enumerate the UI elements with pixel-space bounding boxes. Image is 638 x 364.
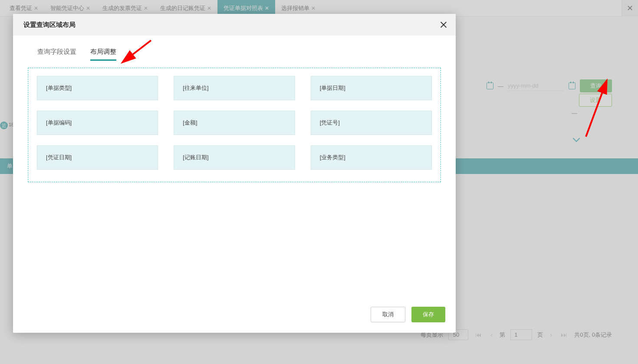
layout-grid: [单据类型] [往来单位] [单据日期] [单据编码] [金额] [凭证号] [… xyxy=(37,76,432,170)
layout-settings-modal: 设置查询区域布局 查询字段设置 布局调整 [单据类型] [往来单位] [单据日期… xyxy=(13,14,456,333)
field-cell-posting-date[interactable]: [记账日期] xyxy=(174,145,295,170)
field-cell-amount[interactable]: [金额] xyxy=(174,111,295,135)
tab-layout-adjust[interactable]: 布局调整 xyxy=(90,48,116,61)
modal-header: 设置查询区域布局 xyxy=(13,14,456,36)
field-cell-voucher-date[interactable]: [凭证日期] xyxy=(37,145,158,170)
field-cell-biz-type[interactable]: [业务类型] xyxy=(311,145,432,170)
field-cell-partner[interactable]: [往来单位] xyxy=(174,76,295,100)
modal-title: 设置查询区域布局 xyxy=(23,21,76,29)
modal-footer: 取消 保存 xyxy=(13,300,456,333)
field-cell-doc-type[interactable]: [单据类型] xyxy=(37,76,158,100)
cancel-button[interactable]: 取消 xyxy=(371,307,405,322)
field-cell-doc-date[interactable]: [单据日期] xyxy=(311,76,432,100)
close-icon[interactable] xyxy=(440,21,447,28)
modal-body: 查询字段设置 布局调整 [单据类型] [往来单位] [单据日期] [单据编码] … xyxy=(13,36,456,300)
tab-query-fields[interactable]: 查询字段设置 xyxy=(37,48,76,61)
modal-tabs: 查询字段设置 布局调整 xyxy=(37,48,444,61)
layout-drop-zone[interactable]: [单据类型] [往来单位] [单据日期] [单据编码] [金额] [凭证号] [… xyxy=(28,68,441,182)
field-cell-voucher-no[interactable]: [凭证号] xyxy=(311,111,432,135)
field-cell-doc-code[interactable]: [单据编码] xyxy=(37,111,158,135)
save-button[interactable]: 保存 xyxy=(411,307,445,322)
